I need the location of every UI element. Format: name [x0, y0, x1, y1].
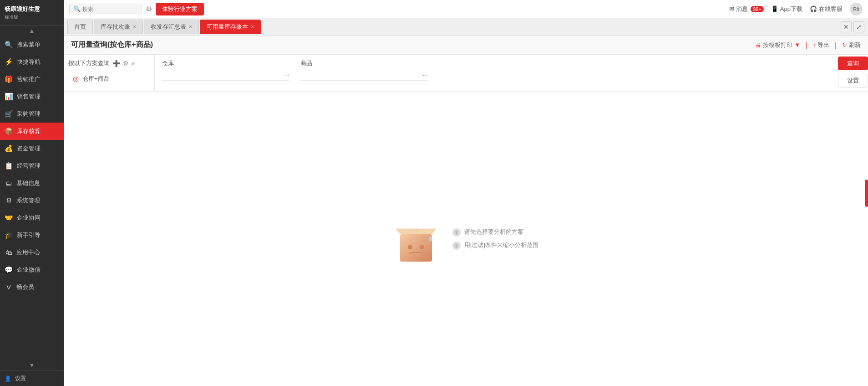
tip-text-1: 请先选择要分析的方案: [464, 228, 523, 236]
tab-available-qty[interactable]: 可用量库存账本 ×: [200, 20, 261, 34]
export-button[interactable]: ↑ 导出: [813, 41, 830, 49]
export-icon: ↑: [813, 41, 816, 48]
sidebar-item-8[interactable]: 🗂 基础信息: [0, 175, 64, 192]
sidebar-item-0[interactable]: 🔍 搜索菜单: [0, 36, 64, 53]
expand-tab-button[interactable]: ⤢: [853, 21, 864, 32]
sidebar-item-2[interactable]: 🎁 营销推广: [0, 71, 64, 88]
svg-point-7: [429, 236, 432, 242]
product-field-label: 商品: [300, 59, 428, 67]
filter-row-1: 仓库 ··· 商品 ···: [162, 59, 822, 81]
warehouse-input[interactable]: [162, 72, 281, 78]
online-service-icon: 🎧: [810, 5, 817, 12]
page-header-actions: 🖨 按模板打印 ▼ | ↑ 导出 | ↻ 刷新: [755, 41, 861, 49]
topbar-right: ✉ 消息 99+ 📱 App下载 🎧 在线客服 Rit: [729, 3, 863, 15]
sidebar-item-icon-10: 🤝: [5, 214, 13, 222]
user-avatar[interactable]: Rit: [850, 3, 863, 15]
sidebar-item-label-7: 经营管理: [17, 162, 41, 170]
tabbar: 首页 库存批次账 × 收发存汇总表 × 可用量库存账本 × ✕ ⤢: [64, 18, 868, 36]
close-all-tabs-button[interactable]: ✕: [841, 21, 852, 32]
industry-solution-button[interactable]: 体验行业方案: [156, 3, 204, 15]
sidebar-item-10[interactable]: 🤝 企业协同: [0, 209, 64, 226]
sidebar-item-icon-3: 📊: [5, 93, 13, 101]
collapse-scheme-button[interactable]: «: [132, 60, 135, 67]
settings-scheme-button[interactable]: ⚙: [123, 60, 129, 67]
page-title: 可用量查询(按仓库+商品): [71, 40, 153, 50]
topbar: 🔍 ⚙ 体验行业方案 ✉ 消息 99+ 📱 App下载 🎧 在线客服 Rit: [64, 0, 868, 18]
empty-state: ① 请先选择要分析的方案 ② 用[过滤]条件来缩小分析范围: [64, 92, 868, 386]
empty-box-svg: [393, 216, 443, 266]
sidebar-item-label-8: 基础信息: [16, 179, 40, 187]
sidebar-footer[interactable]: 👤 设置: [0, 371, 64, 386]
topbar-gear-icon[interactable]: ⚙: [146, 5, 152, 13]
sidebar-item-label-9: 系统管理: [16, 196, 40, 205]
filter-area: 按以下方案查询 ➕ ⚙ « ◎ 仓库+商品 仓库 ···: [64, 55, 868, 92]
tip-number-2: ②: [452, 242, 461, 250]
empty-illustration: [393, 216, 439, 262]
tab-receive-summary-label: 收发存汇总表: [151, 23, 186, 31]
sidebar-item-12[interactable]: 🛍 应用中心: [0, 244, 64, 261]
scheme-item-warehouse-product[interactable]: ◎ 仓库+商品: [64, 71, 154, 87]
tab-receive-summary-close[interactable]: ×: [189, 24, 192, 30]
sidebar-item-icon-9: ⚙: [5, 196, 13, 205]
scheme-item-icon: ◎: [73, 75, 79, 83]
sidebar-item-icon-7: 📋: [5, 162, 13, 170]
sidebar-item-icon-6: 💰: [5, 144, 13, 153]
filter-scheme-panel: 按以下方案查询 ➕ ⚙ « ◎ 仓库+商品: [64, 55, 155, 91]
add-scheme-button[interactable]: ➕: [112, 60, 120, 67]
sidebar-item-icon-12: 🛍: [5, 248, 13, 256]
filter-fields: 仓库 ··· 商品 ···: [155, 55, 829, 91]
product-more-icon[interactable]: ···: [422, 71, 428, 78]
warehouse-more-icon[interactable]: ···: [284, 71, 289, 78]
sidebar-item-4[interactable]: 🛒 采购管理: [0, 105, 64, 123]
sidebar-header: 畅康通好生意 标准版: [0, 0, 64, 26]
filter-actions: 查询 设置: [829, 55, 868, 91]
topbar-search-input[interactable]: [82, 6, 132, 12]
sidebar-item-3[interactable]: 📊 销售管理: [0, 88, 64, 105]
sidebar-item-label-5: 库存核算: [17, 127, 41, 135]
sidebar-item-label-2: 营销推广: [17, 75, 41, 83]
refresh-button[interactable]: ↻ 刷新: [842, 41, 861, 49]
print-dropdown-icon: ▼: [794, 41, 800, 48]
sidebar-item-11[interactable]: 🎓 新手引导: [0, 226, 64, 244]
print-template-button[interactable]: 🖨 按模板打印 ▼: [755, 41, 800, 49]
query-button[interactable]: 查询: [838, 57, 868, 70]
sidebar-item-13[interactable]: 💬 企业微信: [0, 261, 64, 278]
filter-field-product: 商品 ···: [300, 59, 428, 81]
topbar-search-box[interactable]: 🔍: [69, 4, 142, 14]
sidebar-item-7[interactable]: 📋 经营管理: [0, 157, 64, 175]
sidebar-item-label-12: 应用中心: [16, 248, 40, 257]
refresh-label: 刷新: [849, 41, 861, 49]
sidebar-item-icon-2: 🎁: [5, 75, 13, 83]
message-badge: 99+: [751, 6, 764, 12]
sidebar-item-label-11: 新手引导: [17, 231, 41, 239]
tab-receive-summary[interactable]: 收发存汇总表 ×: [144, 20, 199, 34]
product-input[interactable]: [300, 72, 420, 78]
tab-inventory-batch-close[interactable]: ×: [133, 24, 136, 30]
sidebar-item-icon-11: 🎓: [5, 231, 13, 239]
scheme-item-label: 仓库+商品: [82, 75, 110, 83]
sidebar-item-icon-8: 🗂: [5, 179, 13, 187]
sidebar-item-14[interactable]: V 畅会员: [0, 278, 64, 296]
app-download-item[interactable]: 📱 App下载: [771, 5, 802, 13]
message-item[interactable]: ✉ 消息 99+: [729, 5, 764, 13]
divider1: |: [806, 41, 807, 49]
filter-settings-button[interactable]: 设置: [838, 74, 868, 87]
sidebar-item-5[interactable]: 📦 库存核算: [0, 123, 64, 140]
export-label: 导出: [817, 41, 829, 49]
tab-home[interactable]: 首页: [67, 20, 93, 34]
tab-available-qty-close[interactable]: ×: [251, 24, 254, 30]
empty-tips: ① 请先选择要分析的方案 ② 用[过滤]条件来缩小分析范围: [452, 228, 538, 250]
empty-tip-2: ② 用[过滤]条件来缩小分析范围: [452, 241, 538, 250]
search-icon: 🔍: [73, 5, 81, 12]
scroll-up-btn[interactable]: ▲: [0, 26, 64, 36]
tab-inventory-batch[interactable]: 库存批次账 ×: [94, 20, 143, 34]
scroll-down-btn[interactable]: ▼: [0, 360, 64, 371]
online-service-item[interactable]: 🎧 在线客服: [810, 5, 843, 13]
tab-home-label: 首页: [74, 23, 86, 31]
tab-inventory-batch-label: 库存批次账: [101, 23, 130, 31]
sidebar-item-6[interactable]: 💰 资金管理: [0, 140, 64, 157]
filter-scheme-header: 按以下方案查询 ➕ ⚙ «: [64, 59, 154, 71]
sidebar-item-1[interactable]: ⚡ 快捷导航: [0, 53, 64, 71]
brand-edition: 标准版: [5, 14, 59, 21]
sidebar-item-9[interactable]: ⚙ 系统管理: [0, 192, 64, 209]
